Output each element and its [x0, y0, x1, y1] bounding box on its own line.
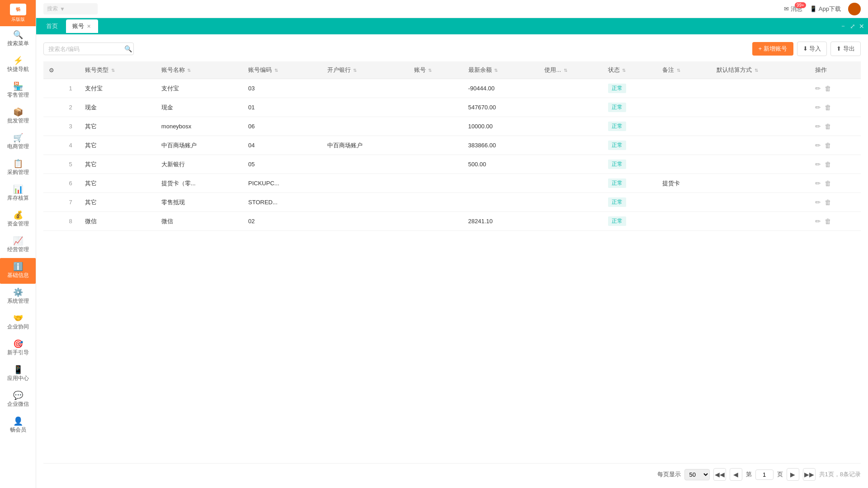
delete-button[interactable]: 🗑	[825, 198, 831, 206]
status-badge: 正常	[608, 84, 626, 93]
sidebar-item-app-center[interactable]: 📱 应用中心	[0, 361, 36, 387]
tab-minimize-button[interactable]: －	[840, 22, 846, 30]
delete-button[interactable]: 🗑	[825, 84, 831, 92]
cell-actions: ✏ 🗑	[810, 98, 861, 117]
th-usage[interactable]: 使用... ⇅	[539, 61, 602, 79]
th-status[interactable]: 状态 ⇅	[603, 61, 657, 79]
edit-button[interactable]: ✏	[815, 141, 821, 150]
sidebar-item-basic-info[interactable]: ℹ️ 基础信息	[0, 258, 36, 284]
user-avatar[interactable]	[848, 3, 861, 15]
cell-remarks	[657, 136, 711, 155]
message-button[interactable]: ✉ 消息 99+	[784, 5, 802, 13]
sidebar-item-member[interactable]: 👤 畅会员	[0, 413, 36, 438]
sidebar-item-quick-nav[interactable]: ⚡ 快捷导航	[0, 52, 36, 78]
table-row: 4 其它 中百商场账户 04 中百商场账户 383866.00 正常 ✏ 🗑	[43, 136, 861, 155]
delete-button[interactable]: 🗑	[825, 179, 831, 187]
sidebar-item-label: 采购管理	[7, 169, 29, 176]
per-page-select[interactable]: 102050100	[684, 469, 710, 480]
tab-account[interactable]: 账号 ✕	[66, 19, 98, 33]
sidebar-item-new-guide[interactable]: 🎯 新手引导	[0, 335, 36, 361]
delete-button[interactable]: 🗑	[825, 217, 831, 225]
edit-button[interactable]: ✏	[815, 198, 821, 206]
export-button[interactable]: ⬆ 导出	[830, 42, 861, 56]
sidebar-item-capital-manage[interactable]: 💰 资金管理	[0, 206, 36, 232]
th-account-name[interactable]: 账号名称 ⇅	[156, 61, 243, 79]
search-input[interactable]	[48, 46, 124, 52]
sort-icon: ⇅	[677, 68, 680, 73]
cell-latest-balance: 383866.00	[463, 136, 539, 155]
tab-home[interactable]: 首页	[40, 19, 64, 33]
cell-default-settlement	[711, 117, 810, 136]
cell-settings	[43, 98, 61, 117]
per-page-label: 每页显示	[657, 470, 681, 479]
edit-button[interactable]: ✏	[815, 160, 821, 169]
tab-bar: 首页 账号 ✕ － ⤢ ✕	[36, 18, 868, 34]
status-badge: 正常	[608, 197, 626, 207]
th-latest-balance[interactable]: 最新余额 ⇅	[463, 61, 539, 79]
top-search-placeholder: 搜索	[47, 5, 58, 13]
cell-settings	[43, 117, 61, 136]
edit-button[interactable]: ✏	[815, 217, 821, 225]
delete-button[interactable]: 🗑	[825, 141, 831, 149]
prev-page-button[interactable]: ◀	[730, 468, 742, 481]
sidebar-item-system-manage[interactable]: ⚙️ 系统管理	[0, 284, 36, 310]
cell-bank	[322, 98, 409, 117]
sidebar-item-enterprise-agreement[interactable]: 🤝 企业协同	[0, 310, 36, 335]
top-header: 搜索 ▼ ✉ 消息 99+ 📱 App下载	[36, 0, 868, 18]
cell-status: 正常	[603, 79, 657, 98]
message-badge: 99+	[795, 2, 806, 8]
import-button[interactable]: ⬇ 导入	[797, 42, 827, 56]
th-settings[interactable]: ⚙	[43, 61, 61, 79]
sort-icon: ⇅	[111, 68, 115, 73]
sidebar-item-search-menu[interactable]: 🔍 搜索菜单	[0, 26, 36, 52]
edit-button[interactable]: ✏	[815, 179, 821, 188]
th-default-settlement[interactable]: 默认结算方式 ⇅	[711, 61, 810, 79]
cell-account-code: 05	[243, 155, 322, 174]
th-bank[interactable]: 开户银行 ⇅	[322, 61, 409, 79]
th-account-no[interactable]: 账号 ⇅	[409, 61, 463, 79]
tab-maximize-button[interactable]: ⤢	[850, 23, 855, 30]
sidebar-item-label: 批发管理	[7, 117, 29, 125]
page-number-input[interactable]	[755, 469, 774, 480]
tab-account-close[interactable]: ✕	[86, 23, 92, 30]
sidebar-item-purchase-manage[interactable]: 📋 采购管理	[0, 155, 36, 181]
edit-button[interactable]: ✏	[815, 84, 821, 93]
sort-icon: ⇅	[428, 68, 432, 73]
status-badge: 正常	[608, 178, 626, 188]
status-badge: 正常	[608, 103, 626, 112]
download-icon: 📱	[810, 5, 817, 12]
tab-close-button[interactable]: ✕	[859, 23, 864, 30]
th-remarks[interactable]: 备注 ⇅	[657, 61, 711, 79]
cell-default-settlement	[711, 79, 810, 98]
th-account-type[interactable]: 账号类型 ⇅	[80, 61, 156, 79]
sidebar-item-operation-manage[interactable]: 📈 经营管理	[0, 232, 36, 258]
app-download-button[interactable]: 📱 App下载	[810, 5, 841, 13]
edit-button[interactable]: ✏	[815, 103, 821, 112]
th-account-code[interactable]: 账号编码 ⇅	[243, 61, 322, 79]
cell-account-code: STORED...	[243, 193, 322, 212]
sidebar-item-wholesale-manage[interactable]: 📦 批发管理	[0, 103, 36, 129]
top-search-box[interactable]: 搜索 ▼	[43, 3, 98, 14]
cell-status: 正常	[603, 117, 657, 136]
sidebar-item-retail-manage[interactable]: 🏪 零售管理	[0, 78, 36, 103]
sidebar-item-inventory-calc[interactable]: 📊 库存核算	[0, 181, 36, 206]
add-account-button[interactable]: + 新增账号	[752, 42, 793, 56]
cell-remarks	[657, 98, 711, 117]
cell-remarks: 提货卡	[657, 174, 711, 193]
sidebar-item-ecommerce-manage[interactable]: 🛒 电商管理	[0, 129, 36, 155]
delete-button[interactable]: 🗑	[825, 103, 831, 111]
cell-actions: ✏ 🗑	[810, 174, 861, 193]
wholesale-manage-icon: 📦	[13, 108, 23, 116]
last-page-button[interactable]: ▶▶	[803, 468, 816, 481]
delete-button[interactable]: 🗑	[825, 122, 831, 130]
cell-account-type: 微信	[80, 212, 156, 231]
search-icon[interactable]: 🔍	[124, 45, 132, 52]
delete-button[interactable]: 🗑	[825, 160, 831, 168]
next-page-button[interactable]: ▶	[787, 468, 799, 481]
first-page-button[interactable]: ◀◀	[713, 468, 726, 481]
content-area: 🔍 + 新增账号 ⬇ 导入 ⬆ 导出 ⚙	[36, 34, 868, 488]
cell-latest-balance: 28241.10	[463, 212, 539, 231]
sidebar-item-enterprise-wechat[interactable]: 💬 企业微信	[0, 387, 36, 413]
sidebar-item-label: 企业协同	[7, 323, 29, 331]
edit-button[interactable]: ✏	[815, 122, 821, 131]
